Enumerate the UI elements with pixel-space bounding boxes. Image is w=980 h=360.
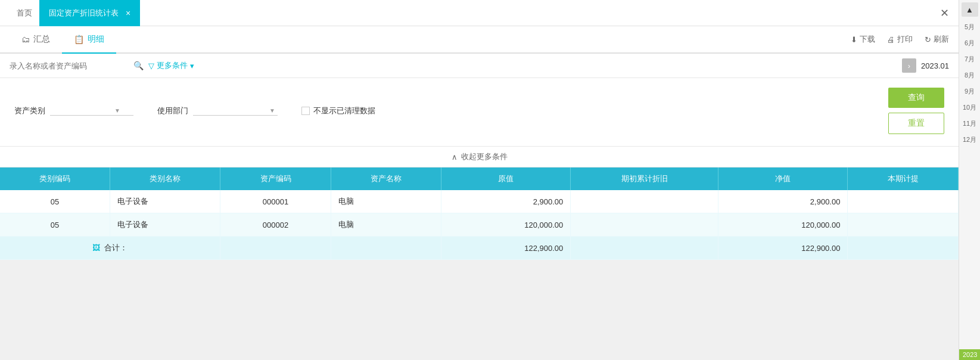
cell-original-value: 120,000.00 xyxy=(441,213,571,237)
total-label-cell: 🖼 合计： xyxy=(0,237,220,260)
col-asset-name: 资产名称 xyxy=(331,167,441,190)
sidebar-up-button[interactable]: ▲ xyxy=(962,2,978,17)
search-input[interactable] xyxy=(10,61,129,70)
detail-icon: 📋 xyxy=(74,35,84,44)
cell-asset-code: 000002 xyxy=(220,213,331,237)
cell-category-name: 电子设备 xyxy=(110,190,220,213)
print-label: 打印 xyxy=(897,34,913,45)
asset-category-arrow-icon: ▼ xyxy=(114,107,120,114)
cell-original-value: 2,900.00 xyxy=(441,190,571,213)
cell-accumulated-depreciation xyxy=(571,213,718,237)
use-dept-select[interactable]: ▼ xyxy=(193,106,278,116)
download-action[interactable]: ⬇ 下载 xyxy=(851,34,875,45)
print-action[interactable]: 🖨 打印 xyxy=(887,34,913,45)
window-close-icon[interactable]: ✕ xyxy=(940,7,949,20)
total-row: 🖼 合计： 122,900.00 122,900.00 xyxy=(0,237,959,260)
no-cleared-label: 不显示已清理数据 xyxy=(313,105,375,116)
sidebar-month-11[interactable]: 11月 xyxy=(963,116,976,132)
cell-current-depreciation xyxy=(848,213,959,237)
cell-current-depreciation xyxy=(848,190,959,213)
col-category-name: 类别名称 xyxy=(110,167,220,190)
filter-icon: ▽ xyxy=(148,61,154,70)
sidebar-month-7[interactable]: 7月 xyxy=(965,51,975,67)
asset-category-label: 资产类别 xyxy=(14,105,45,116)
reset-button[interactable]: 重置 xyxy=(888,113,944,134)
col-current-depreciation: 本期计提 xyxy=(848,167,959,190)
collapse-button[interactable]: ∧ 收起更多条件 xyxy=(0,147,959,167)
fixed-assets-tab[interactable]: 固定资产折旧统计表 × xyxy=(39,0,140,26)
data-table: 类别编码 类别名称 资产编码 资产名称 原值 期初累计折旧 净值 本期计提 05… xyxy=(0,167,959,360)
table-row: 05 电子设备 000001 电脑 2,900.00 2,900.00 xyxy=(0,190,959,213)
summary-label: 汇总 xyxy=(33,34,50,45)
cell-net-value: 120,000.00 xyxy=(718,213,848,237)
sidebar-month-10[interactable]: 10月 xyxy=(963,100,976,116)
use-dept-filter: 使用部门 ▼ xyxy=(157,105,278,116)
total-label: 合计： xyxy=(104,243,127,252)
tab-label: 固定资产折旧统计表 xyxy=(49,8,119,18)
total-asset-name xyxy=(331,237,441,260)
home-nav[interactable]: 首页 xyxy=(10,8,39,18)
col-accumulated-depreciation: 期初累计折旧 xyxy=(571,167,718,190)
right-sidebar: ▲ 5月 6月 7月 8月 9月 10月 11月 12月 2023 xyxy=(959,0,980,360)
collapse-icon: ∧ xyxy=(452,153,458,162)
total-accumulated-depreciation xyxy=(571,237,718,260)
col-net-value: 净值 xyxy=(718,167,848,190)
refresh-action[interactable]: ↻ 刷新 xyxy=(925,34,949,45)
filter-area: 资产类别 ▼ 使用部门 ▼ 不显示已清理数据 查询 重置 xyxy=(0,78,959,147)
cell-asset-code: 000001 xyxy=(220,190,331,213)
checkbox-box xyxy=(301,107,310,115)
sidebar-month-6[interactable]: 6月 xyxy=(965,35,975,51)
total-original-value: 122,900.00 xyxy=(441,237,571,260)
filter-buttons: 查询 重置 xyxy=(888,88,944,134)
collapse-label: 收起更多条件 xyxy=(461,151,508,162)
no-cleared-checkbox[interactable]: 不显示已清理数据 xyxy=(301,105,375,116)
sidebar-month-8[interactable]: 8月 xyxy=(965,67,975,83)
total-asset-code xyxy=(220,237,331,260)
print-icon: 🖨 xyxy=(887,35,895,44)
more-filter-button[interactable]: ▽ 更多条件 ▾ xyxy=(148,60,194,71)
download-label: 下载 xyxy=(860,34,875,45)
total-icon: 🖼 xyxy=(92,243,100,252)
asset-category-filter: 资产类别 ▼ xyxy=(14,105,133,116)
summary-icon: 🗂 xyxy=(21,35,30,44)
tab-summary[interactable]: 🗂 汇总 xyxy=(10,26,62,54)
cell-asset-name: 电脑 xyxy=(331,190,441,213)
use-dept-arrow-icon: ▼ xyxy=(269,107,275,114)
use-dept-label: 使用部门 xyxy=(157,105,188,116)
col-asset-code: 资产编码 xyxy=(220,167,331,190)
sidebar-month-5[interactable]: 5月 xyxy=(965,19,975,35)
cell-accumulated-depreciation xyxy=(571,190,718,213)
col-category-code: 类别编码 xyxy=(0,167,110,190)
filter-arrow-icon: ▾ xyxy=(190,61,194,70)
detail-label: 明细 xyxy=(88,34,104,45)
date-nav-arrow[interactable]: › xyxy=(902,58,916,73)
asset-category-select[interactable]: ▼ xyxy=(50,106,133,116)
cell-asset-name: 电脑 xyxy=(331,213,441,237)
refresh-label: 刷新 xyxy=(934,34,949,45)
total-net-value: 122,900.00 xyxy=(718,237,848,260)
download-icon: ⬇ xyxy=(851,35,857,44)
cell-category-name: 电子设备 xyxy=(110,213,220,237)
sidebar-month-9[interactable]: 9月 xyxy=(965,83,975,100)
tab-detail[interactable]: 📋 明细 xyxy=(62,26,116,54)
year-badge: 2023 xyxy=(959,349,980,360)
total-current-depreciation xyxy=(848,237,959,260)
query-button[interactable]: 查询 xyxy=(888,88,944,108)
cell-net-value: 2,900.00 xyxy=(718,190,848,213)
col-original-value: 原值 xyxy=(441,167,571,190)
cell-category-code: 05 xyxy=(0,190,110,213)
tab-close-icon[interactable]: × xyxy=(126,8,130,18)
table-row: 05 电子设备 000002 电脑 120,000.00 120,000.00 xyxy=(0,213,959,237)
date-display: 2023.01 xyxy=(921,61,949,70)
filter-label: 更多条件 xyxy=(157,60,188,71)
cell-category-code: 05 xyxy=(0,213,110,237)
refresh-icon: ↻ xyxy=(925,35,931,44)
sidebar-month-12[interactable]: 12月 xyxy=(963,132,976,148)
search-icon[interactable]: 🔍 xyxy=(133,61,144,70)
